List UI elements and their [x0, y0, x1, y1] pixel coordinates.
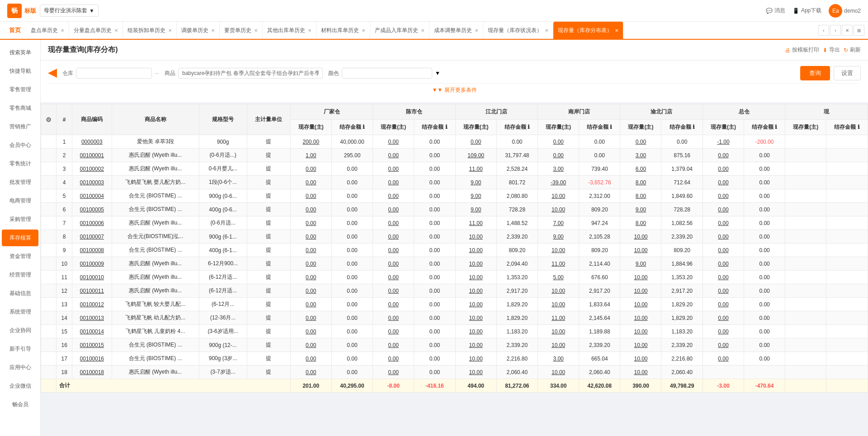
sidebar-item-15[interactable]: 企业协同 [2, 322, 38, 339]
cell-chen-stock: 0.00 [373, 352, 414, 366]
nav-prev-btn[interactable]: ‹ [818, 25, 829, 36]
nav-tab-close[interactable]: ✕ [211, 28, 215, 33]
nav-tab-1[interactable]: 分量盘点单历史✕ [69, 22, 123, 39]
cell-settings[interactable] [41, 284, 57, 298]
collapse-arrow[interactable] [48, 69, 57, 78]
app-download-btn[interactable]: 📱 App下载 [793, 7, 821, 14]
cell-settings[interactable] [41, 271, 57, 284]
nav-tab-7[interactable]: 产成品入库单历史✕ [370, 22, 429, 39]
nav-tab-close[interactable]: ✕ [421, 28, 425, 33]
cell-settings[interactable] [41, 189, 57, 203]
cell-chen-balance: 0.00 [414, 230, 455, 244]
user-area[interactable]: Ea demo2 [829, 4, 861, 18]
expand-conditions-btn[interactable]: ▼▼ 展开更多条件 [48, 83, 861, 97]
cell-settings[interactable] [41, 216, 57, 230]
sidebar-item-1[interactable]: 快捷导航 [2, 63, 38, 80]
sidebar-item-7[interactable]: 批发管理 [2, 174, 38, 191]
cell-name: 合生元 (BIOSTIME) ... [112, 203, 199, 216]
th-unit: 主计量单位 [247, 104, 290, 135]
nav-tab-3[interactable]: 调拨单历史✕ [177, 22, 220, 39]
cell-settings[interactable] [41, 338, 57, 352]
nav-tab-2[interactable]: 组装拆卸单历史✕ [123, 22, 177, 39]
nav-tab-5[interactable]: 其他出库单历史✕ [263, 22, 316, 39]
export-btn[interactable]: ⬇ 导出 [823, 46, 840, 54]
nav-tab-close[interactable]: ✕ [308, 28, 311, 33]
th-spec: 规格型号 [199, 104, 247, 135]
nav-tab-close[interactable]: ✕ [168, 28, 172, 33]
cell-settings[interactable] [41, 244, 57, 257]
nav-tab-10[interactable]: 现存量（库存分布表）✕ [553, 22, 623, 39]
sidebar-item-14[interactable]: 系统管理 [2, 304, 38, 320]
nav-expand-btn[interactable]: ⊞ [854, 25, 864, 36]
sidebar-item-2[interactable]: 零售管理 [2, 81, 38, 98]
nav-tab-close[interactable]: ✕ [545, 28, 548, 33]
cell-settings[interactable] [41, 298, 57, 311]
warehouse-input[interactable] [76, 68, 152, 79]
cell-name: 合生元 (BIOSTIME) ... [112, 338, 199, 352]
cell-settings[interactable] [41, 311, 57, 325]
cell-settings[interactable] [41, 352, 57, 366]
sidebar-item-12[interactable]: 经营管理 [2, 267, 38, 283]
nav-tab-0[interactable]: 盘点单历史✕ [26, 22, 69, 39]
org-selector[interactable]: 母婴行业演示陈套 ▼ [40, 5, 99, 17]
cell-settings[interactable] [41, 257, 57, 271]
cell-settings[interactable] [41, 366, 57, 379]
sidebar-item-18[interactable]: 企业微信 [2, 378, 38, 394]
sidebar-item-4[interactable]: 营销推广 [2, 118, 38, 135]
nav-tab-close[interactable]: ✕ [475, 28, 478, 33]
sidebar-item-8[interactable]: 电商管理 [2, 192, 38, 209]
nav-tab-close[interactable]: ✕ [61, 28, 64, 33]
nav-tab-6[interactable]: 材料出库单历史✕ [316, 22, 370, 39]
cell-extra-stock [785, 189, 826, 203]
sidebar-item-5[interactable]: 会员中心 [2, 137, 38, 154]
total-extra-stock [785, 379, 826, 393]
cell-extra-stock [785, 352, 826, 366]
sidebar-item-17[interactable]: 应用中心 [2, 359, 38, 376]
nav-home[interactable]: 首页 [4, 26, 26, 34]
nav-tab-4[interactable]: 要货单历史✕ [220, 22, 263, 39]
nav-next-btn[interactable]: › [830, 25, 841, 36]
nav-tab-close[interactable]: ✕ [362, 28, 365, 33]
print-btn[interactable]: 🖨 按模板打印 [785, 46, 819, 54]
nav-tab-close[interactable]: ✕ [254, 28, 258, 33]
nav-tab-8[interactable]: 成本调整单历史✕ [429, 22, 483, 39]
cell-extra-stock [785, 338, 826, 352]
color-input[interactable] [342, 68, 432, 79]
nav-tab-close[interactable]: ✕ [615, 28, 618, 33]
cell-idx: 17 [57, 352, 72, 366]
cell-nanao-balance: 1,833.64 [579, 298, 620, 311]
sidebar-item-6[interactable]: 零售统计 [2, 155, 38, 172]
goods-field: 商品 [165, 68, 323, 79]
org-name: 母婴行业演示陈套 [44, 7, 87, 14]
cell-total-balance: -200.00 [744, 135, 785, 149]
goods-input[interactable] [178, 68, 323, 79]
cell-settings[interactable] [41, 203, 57, 216]
cell-settings[interactable] [41, 162, 57, 176]
sidebar-item-0[interactable]: 搜索英单 [2, 44, 38, 61]
cell-settings[interactable] [41, 176, 57, 189]
sidebar-item-16[interactable]: 新手引导 [2, 341, 38, 357]
refresh-btn[interactable]: ↻ 刷新 [844, 46, 861, 54]
cell-settings[interactable] [41, 325, 57, 338]
sidebar-item-13[interactable]: 基础信息 [2, 285, 38, 302]
nav-tab-close[interactable]: ✕ [114, 28, 118, 33]
sidebar-item-10[interactable]: 库存核算 [2, 230, 38, 246]
cell-code: 00100013 [72, 311, 112, 325]
cell-settings[interactable] [41, 230, 57, 244]
sidebar-item-9[interactable]: 采购管理 [2, 211, 38, 228]
message-btn[interactable]: 💬 消息 [766, 7, 785, 14]
sidebar-item-11[interactable]: 资金管理 [2, 248, 38, 265]
sidebar-item-19[interactable]: 畅会员 [2, 396, 38, 413]
th-settings[interactable]: ⚙ [41, 104, 57, 135]
settings-button[interactable]: 设置 [834, 66, 861, 80]
cell-settings[interactable] [41, 149, 57, 162]
nav-tab-9[interactable]: 现存量（库存状况表）✕ [483, 22, 553, 39]
cell-settings[interactable] [41, 135, 57, 149]
cell-name: 合生元 (BIOSTIME) ... [112, 352, 199, 366]
query-button[interactable]: 查询 [800, 66, 830, 80]
cell-yuanbei-stock: 10.00 [620, 284, 661, 298]
cell-extra-stock [785, 216, 826, 230]
sidebar-item-3[interactable]: 零售商城 [2, 100, 38, 117]
table-row: 17 00100016 合生元 (BIOSTIME) ... 900g (3岁.… [41, 352, 868, 366]
nav-close-btn[interactable]: ✕ [842, 25, 853, 36]
